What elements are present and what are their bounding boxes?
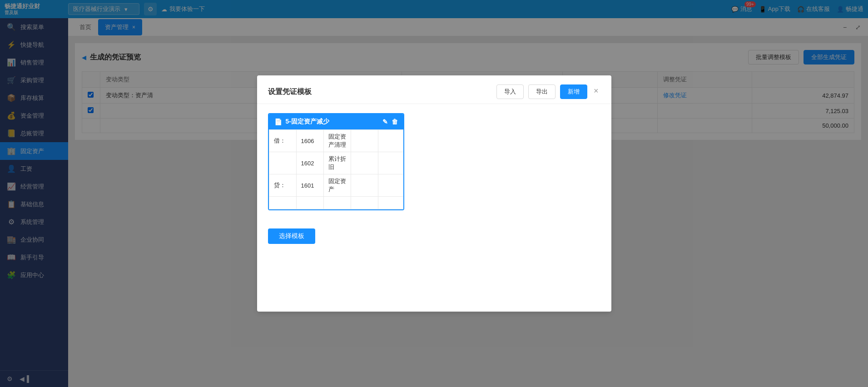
modal-close-icon[interactable]: × — [592, 84, 600, 99]
name-4 — [323, 197, 351, 209]
direction-2 — [269, 152, 296, 174]
direction-4 — [269, 197, 296, 209]
select-template-button[interactable]: 选择模板 — [268, 228, 315, 244]
direction-3: 贷： — [269, 174, 296, 197]
modal-header: 设置凭证模板 导入 导出 新增 × — [257, 75, 611, 104]
code-2: 1602 — [296, 152, 323, 174]
col3-2 — [351, 152, 378, 174]
select-template-area: 选择模板 — [268, 219, 600, 244]
template-accounts-table: 借： 1606 固定资产清理 1602 累计折旧 — [269, 129, 404, 209]
template-card: 📄 5-固定资产减少 ✎ 🗑 借： 1606 固定资产清理 — [268, 113, 404, 210]
col3-3 — [351, 174, 378, 197]
code-4 — [296, 197, 323, 209]
template-row-empty — [269, 197, 404, 209]
template-row: 贷： 1601 固定资产 — [269, 174, 404, 197]
col4-4 — [378, 197, 404, 209]
template-row: 1602 累计折旧 — [269, 152, 404, 174]
modal-toolbar: 导入 导出 新增 × — [496, 84, 600, 99]
col3-4 — [351, 197, 378, 209]
template-delete-icon[interactable]: 🗑 — [392, 118, 398, 125]
col4-1 — [378, 130, 404, 152]
template-row: 借： 1606 固定资产清理 — [269, 130, 404, 152]
code-3: 1601 — [296, 174, 323, 197]
template-header-actions: ✎ 🗑 — [382, 118, 398, 125]
template-name: 5-固定资产减少 — [286, 118, 329, 126]
export-button[interactable]: 导出 — [528, 84, 556, 99]
template-card-body: 借： 1606 固定资产清理 1602 累计折旧 — [269, 129, 403, 209]
template-edit-icon[interactable]: ✎ — [382, 118, 388, 125]
modal-overlay: 设置凭证模板 导入 导出 新增 × 📄 5-固定资产减少 ✎ 🗑 — [0, 0, 868, 387]
col3-1 — [351, 130, 378, 152]
col4-3 — [378, 174, 404, 197]
modal-body: 📄 5-固定资产减少 ✎ 🗑 借： 1606 固定资产清理 — [257, 104, 611, 312]
new-template-button[interactable]: 新增 — [560, 84, 587, 99]
direction-1: 借： — [269, 130, 296, 152]
modal-title: 设置凭证模板 — [268, 87, 312, 97]
name-3: 固定资产 — [323, 174, 351, 197]
import-button[interactable]: 导入 — [496, 84, 524, 99]
voucher-template-modal: 设置凭证模板 导入 导出 新增 × 📄 5-固定资产减少 ✎ 🗑 — [257, 75, 611, 312]
template-doc-icon: 📄 — [274, 118, 282, 125]
name-1: 固定资产清理 — [323, 130, 351, 152]
col4-2 — [378, 152, 404, 174]
code-1: 1606 — [296, 130, 323, 152]
name-2: 累计折旧 — [323, 152, 351, 174]
template-card-header: 📄 5-固定资产减少 ✎ 🗑 — [269, 114, 403, 129]
